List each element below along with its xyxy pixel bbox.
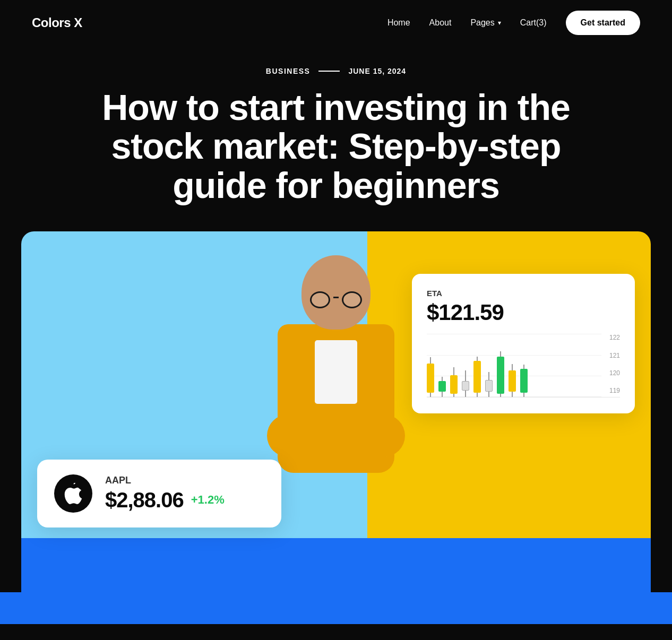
- nav-home[interactable]: Home: [387, 18, 410, 28]
- candle-wick: [523, 365, 524, 369]
- candle: [509, 364, 516, 397]
- bg-bottom: [21, 538, 651, 592]
- candle-body: [462, 381, 469, 391]
- person-shirt: [315, 340, 357, 404]
- stock-widget: ETA $121.59: [412, 274, 635, 413]
- candle-body: [509, 370, 516, 392]
- candle-body: [520, 369, 528, 393]
- aapl-price: $2,88.06: [105, 488, 184, 512]
- candle-wick: [500, 394, 501, 397]
- chart-y-label: 121: [609, 352, 620, 359]
- nav-pages[interactable]: Pages ▾: [470, 18, 501, 28]
- candle: [485, 372, 493, 397]
- hero-category: BUSINESS: [266, 67, 311, 75]
- candle: [427, 357, 434, 397]
- aapl-card: AAPL $2,88.06 +1.2%: [37, 460, 281, 527]
- candle-wick: [500, 351, 501, 357]
- aapl-info: AAPL $2,88.06 +1.2%: [105, 475, 225, 512]
- glass-left: [310, 291, 330, 308]
- chart-y-labels: 122 121 120 119: [609, 334, 620, 397]
- person-arms: [267, 414, 405, 457]
- hero-image-wrapper: ETA $121.59: [21, 231, 651, 592]
- candle-body: [473, 361, 481, 393]
- nav-about[interactable]: About: [429, 18, 452, 28]
- hero-divider: [318, 71, 340, 72]
- candle-wick: [523, 393, 524, 397]
- candle-wick: [477, 393, 478, 397]
- hero-meta: BUSINESS JUNE 15, 2024: [32, 67, 640, 75]
- candle-wick: [488, 392, 489, 397]
- candle: [450, 367, 458, 397]
- person-glasses: [310, 291, 362, 308]
- candle-wick: [465, 391, 466, 397]
- get-started-button[interactable]: Get started: [566, 11, 640, 35]
- hero-section: BUSINESS JUNE 15, 2024 How to start inve…: [0, 46, 672, 205]
- candle-wick: [453, 394, 454, 397]
- chart-y-label: 120: [609, 369, 620, 377]
- candle-wick: [512, 392, 513, 397]
- stock-widget-price: $121.59: [427, 300, 620, 325]
- candle-body: [438, 381, 446, 392]
- candle-wick: [488, 372, 489, 380]
- candle-body: [497, 357, 504, 394]
- candle: [497, 351, 504, 397]
- candlestick-chart: 122 121 120 119: [427, 334, 620, 397]
- aapl-price-row: $2,88.06 +1.2%: [105, 488, 225, 512]
- stock-widget-label: ETA: [427, 289, 620, 298]
- logo[interactable]: Colors X: [32, 15, 82, 30]
- candle-wick: [442, 377, 443, 381]
- candle-body: [485, 380, 493, 392]
- candle: [473, 357, 481, 397]
- hero-image-container: ETA $121.59: [0, 231, 672, 624]
- chart-y-label: 122: [609, 334, 620, 341]
- candle-body: [450, 375, 458, 394]
- apple-icon: [64, 483, 83, 504]
- candle-wick: [442, 392, 443, 397]
- candle-wick: [512, 364, 513, 370]
- candle: [438, 377, 446, 397]
- chevron-down-icon: ▾: [498, 19, 501, 27]
- candle-wick: [430, 357, 431, 364]
- candle: [462, 370, 469, 397]
- header: Colors X Home About Pages ▾ Cart(3) Get …: [0, 0, 672, 46]
- hero-title: How to start investing in the stock mark…: [97, 88, 575, 205]
- chart-y-label: 119: [609, 387, 620, 394]
- glass-right: [342, 291, 362, 308]
- aapl-logo: [54, 474, 92, 513]
- candle-wick: [453, 367, 454, 375]
- person-head: [301, 255, 371, 330]
- glass-bridge: [333, 297, 339, 298]
- candles-area: [427, 334, 620, 397]
- hero-date: JUNE 15, 2024: [348, 67, 406, 75]
- aapl-ticker: AAPL: [105, 475, 225, 486]
- blue-bottom-bar: [0, 592, 672, 624]
- candle: [520, 365, 528, 397]
- candle-wick: [477, 357, 478, 361]
- aapl-change: +1.2%: [191, 493, 225, 507]
- main-nav: Home About Pages ▾ Cart(3) Get started: [387, 11, 640, 35]
- candle-wick: [465, 370, 466, 381]
- nav-cart[interactable]: Cart(3): [520, 18, 547, 28]
- candle-body: [427, 364, 434, 393]
- candle-wick: [430, 393, 431, 397]
